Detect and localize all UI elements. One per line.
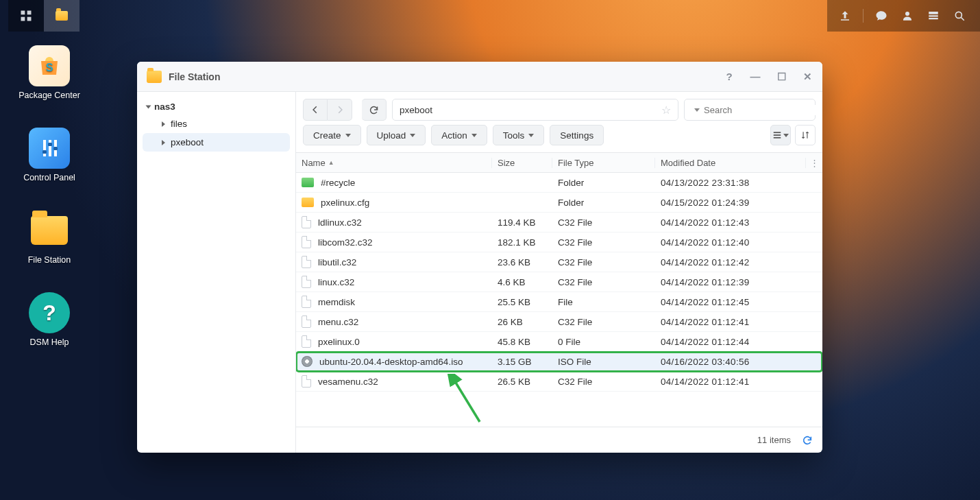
- question-icon: ?: [42, 300, 56, 326]
- svg-rect-0: [21, 11, 25, 15]
- close-button[interactable]: ✕: [802, 71, 813, 83]
- cell-size: 26.5 KB: [492, 377, 552, 387]
- list-view-button[interactable]: [770, 125, 791, 145]
- taskbar-filestation-button[interactable]: [44, 0, 79, 32]
- file-rows: #recycleFolder04/13/2022 23:31:38pxelinu…: [296, 173, 822, 427]
- cell-type: C32 File: [552, 317, 655, 327]
- chat-icon[interactable]: [873, 8, 890, 24]
- taskbar-apps-button[interactable]: [8, 0, 44, 32]
- svg-rect-15: [48, 143, 52, 146]
- header-label: Modified Date: [661, 158, 715, 168]
- table-row[interactable]: libcom32.c32182.1 KBC32 File04/14/2022 0…: [296, 233, 822, 252]
- table-row[interactable]: vesamenu.c3226.5 KBC32 File04/14/2022 01…: [296, 372, 822, 392]
- minimize-button[interactable]: —: [750, 71, 761, 83]
- svg-rect-12: [49, 140, 51, 156]
- user-icon[interactable]: [899, 8, 916, 24]
- cell-size: 119.4 KB: [492, 217, 552, 228]
- chevron-down-icon: [345, 134, 351, 137]
- table-row[interactable]: menu.c3226 KBC32 File04/14/2022 01:12:41: [296, 312, 822, 332]
- header-label: Size: [498, 158, 515, 168]
- cell-name: pxelinux.cfg: [296, 198, 492, 208]
- taskbar-left: [0, 0, 79, 32]
- table-row[interactable]: ldlinux.c32119.4 KBC32 File04/14/2022 01…: [296, 213, 822, 233]
- create-button[interactable]: Create: [303, 125, 361, 145]
- window-body: nas3 filespxeboot pxeboot ☆: [137, 92, 822, 453]
- widgets-icon[interactable]: [925, 8, 942, 24]
- refresh-icon: [802, 435, 813, 446]
- svg-rect-6: [929, 15, 938, 16]
- taskbar: [0, 0, 980, 32]
- chevron-down-icon: [146, 105, 151, 108]
- cell-type: C32 File: [552, 217, 655, 228]
- status-bar: 11 items: [296, 427, 822, 453]
- desktop-icon-control-panel[interactable]: Control Panel: [16, 128, 82, 182]
- refresh-button[interactable]: [362, 99, 387, 121]
- upload-icon[interactable]: [837, 8, 853, 24]
- search-input[interactable]: [704, 105, 819, 115]
- col-header-name[interactable]: Name▲: [296, 158, 492, 168]
- table-row[interactable]: #recycleFolder04/13/2022 23:31:38: [296, 173, 822, 193]
- svg-rect-14: [42, 150, 47, 154]
- maximize-button[interactable]: ☐: [776, 71, 787, 83]
- chevron-down-icon: [528, 134, 534, 137]
- table-row[interactable]: pxelinux.045.8 KB0 File04/14/2022 01:12:…: [296, 332, 822, 352]
- main-panel: pxeboot ☆ Create Upload Action Tools Set…: [296, 92, 822, 453]
- cell-size: 25.5 KB: [492, 297, 552, 307]
- search-icon[interactable]: [951, 8, 968, 24]
- search-box[interactable]: [684, 99, 816, 121]
- action-button[interactable]: Action: [431, 125, 487, 145]
- tools-button[interactable]: Tools: [493, 125, 545, 145]
- svg-rect-11: [43, 140, 46, 156]
- help-button[interactable]: ?: [724, 71, 735, 83]
- nav-forward-button[interactable]: [328, 99, 352, 121]
- chevron-right-icon: [335, 105, 345, 115]
- sidebar-item-files[interactable]: files: [143, 115, 290, 133]
- table-row[interactable]: ubuntu-20.04.4-desktop-amd64.iso3.15 GBI…: [296, 352, 822, 372]
- chevron-right-icon: [162, 140, 165, 145]
- table-row[interactable]: libutil.c3223.6 KBC32 File04/14/2022 01:…: [296, 252, 822, 272]
- desktop-icon-label: Control Panel: [16, 173, 82, 182]
- file-icon: [302, 216, 311, 228]
- titlebar[interactable]: File Station ? — ☐ ✕: [137, 62, 822, 92]
- sidebar-item-pxeboot[interactable]: pxeboot: [143, 133, 290, 152]
- path-input[interactable]: pxeboot ☆: [392, 99, 678, 121]
- nav-back-button[interactable]: [303, 99, 328, 121]
- button-label: Settings: [560, 130, 593, 141]
- grid-icon: [19, 9, 33, 23]
- sidebar: nas3 filespxeboot: [137, 92, 296, 453]
- chevron-right-icon: [162, 121, 165, 127]
- sort-button[interactable]: [795, 125, 816, 145]
- file-icon: [302, 375, 311, 388]
- file-name: pxelinux.cfg: [321, 198, 369, 208]
- cell-date: 04/14/2022 01:12:39: [655, 277, 806, 287]
- col-header-date[interactable]: Modified Date: [655, 158, 806, 168]
- cell-type: C32 File: [552, 237, 655, 248]
- cell-type: Folder: [552, 198, 655, 208]
- status-refresh-button[interactable]: [802, 435, 813, 446]
- settings-button[interactable]: Settings: [550, 125, 604, 145]
- svg-rect-5: [929, 12, 938, 14]
- file-icon: [302, 316, 311, 328]
- col-header-size[interactable]: Size: [492, 158, 552, 168]
- item-count: 11 items: [757, 435, 791, 445]
- upload-button[interactable]: Upload: [367, 125, 426, 145]
- star-icon[interactable]: ☆: [661, 104, 671, 117]
- tree-root[interactable]: nas3: [143, 99, 290, 115]
- svg-line-9: [961, 17, 964, 21]
- folder-icon: [56, 11, 68, 21]
- bag-icon: S: [37, 53, 62, 78]
- desktop-icon-package-center[interactable]: S Package Center: [16, 45, 82, 100]
- table-row[interactable]: memdisk25.5 KBFile04/14/2022 01:12:45: [296, 292, 822, 312]
- view-group: [770, 125, 816, 145]
- desktop-icon-file-station[interactable]: File Station: [16, 210, 82, 265]
- chevron-down-icon: [471, 134, 477, 137]
- sidebar-item-label: pxeboot: [171, 137, 204, 147]
- sort-asc-icon: ▲: [328, 159, 334, 166]
- nav-toolbar: pxeboot ☆: [296, 92, 822, 125]
- col-header-type[interactable]: File Type: [552, 158, 655, 168]
- cell-type: ISO File: [552, 357, 655, 367]
- desktop-icon-dsm-help[interactable]: ? DSM Help: [16, 292, 82, 347]
- table-row[interactable]: linux.c324.6 KBC32 File04/14/2022 01:12:…: [296, 272, 822, 292]
- table-row[interactable]: pxelinux.cfgFolder04/15/2022 01:24:39: [296, 193, 822, 213]
- col-header-menu[interactable]: ⋮: [806, 158, 822, 168]
